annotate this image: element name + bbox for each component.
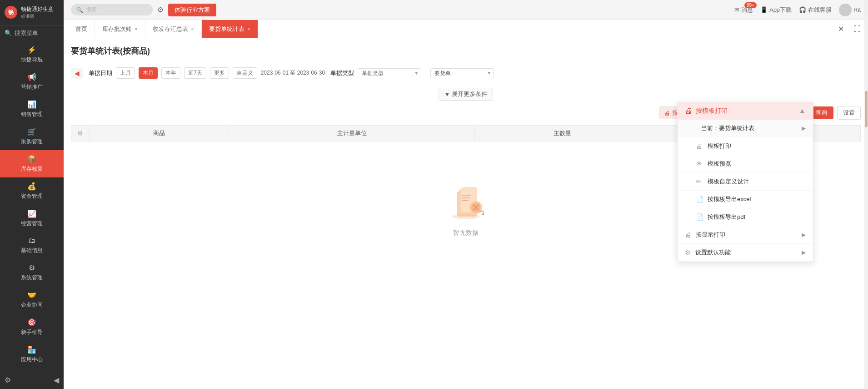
template-excel-label: 按模板导出excel [708,195,751,203]
dropdown-item-template-design[interactable]: ✏ 模板自定义设计 [678,173,813,191]
dropdown-sub-left-2: ⚙ 设置默认功能 [685,248,731,257]
tab-order-stats-close[interactable]: × [247,26,250,32]
tab-collection[interactable]: 收发存汇总表 × [145,20,202,38]
type-filter-label: 单据类型 [330,69,354,77]
sidebar-item-operation[interactable]: 📈 经营管理 [0,205,64,232]
trial-btn[interactable]: 体验行业方案 [168,4,216,16]
sidebar-item-inventory[interactable]: 📦 库存核算 [0,150,64,177]
sidebar-logo: 畅 畅捷通好生意 标准版 [0,0,64,25]
sidebar-item-purchase[interactable]: 🛒 采购管理 [0,123,64,150]
filter-expand-icon: ◀ [75,70,80,77]
app-logo-icon: 畅 [5,6,17,19]
date-btn-this-year[interactable]: 本年 [161,67,180,79]
sidebar-item-basic[interactable]: 🗂 基础信息 [0,232,64,259]
dropdown-item-template-print[interactable]: 🖨 模板打印 [678,137,813,155]
sidebar-item-collab[interactable]: 🤝 企业协同 [0,286,64,313]
purchase-icon: 🛒 [27,127,36,136]
expand-more-row: ▼ 展开更多条件 [71,88,861,101]
type-select[interactable]: 单据类型 要货单 [358,68,421,78]
tab-expand-btn[interactable]: ⛶ [851,23,863,35]
sidebar-item-label: 采购管理 [21,138,43,146]
template-print-label: 模板打印 [708,142,731,150]
tab-home[interactable]: 首页 [68,20,95,38]
dropdown-sub-default-func[interactable]: ⚙ 设置默认功能 ▶ [678,244,813,262]
dropdown-item-template-preview[interactable]: 👁 模板预览 [678,155,813,173]
sidebar-item-guide[interactable]: 🎯 新手引导 [0,313,64,341]
scrollbar-thumb [865,91,868,127]
shortcut-icon: ⚡ [27,45,36,54]
sidebar-item-system[interactable]: ⚙ 系统管理 [0,259,64,286]
settings-btn[interactable]: 设置 [837,106,861,120]
tab-collection-close[interactable]: × [191,26,194,32]
template-pdf-icon: 📄 [696,213,703,221]
sidebar-item-shortcut[interactable]: ⚡ 快捷导航 [0,41,64,68]
sidebar-item-label: 营销推广 [21,83,43,91]
date-btn-more[interactable]: 更多 [210,67,229,79]
table-header-gear[interactable]: ⚙ [71,126,90,141]
dropdown-current-label: 当前：要货单统计表 [701,124,754,132]
tab-batch[interactable]: 库存批次账 × [95,20,145,38]
gear-icon[interactable]: ⚙ [77,130,83,137]
collection-tab-label: 收发存汇总表 [153,25,188,33]
filter-expand-left[interactable]: ◀ [71,68,83,79]
dropdown-sub-display-print[interactable]: 🖨 按显示打印 ▶ [678,226,813,244]
type-select-wrap[interactable]: 单据类型 要货单 [358,68,421,78]
search-placeholder: 搜索 [86,6,97,14]
header-search-bar[interactable]: 🔍 搜索 [71,4,153,15]
template-excel-icon: 📄 [696,196,703,203]
dropdown-close-btn[interactable]: ▲ [798,107,806,115]
right-scrollbar[interactable] [864,0,868,389]
sidebar-search[interactable]: 🔍 搜索菜单 [0,25,64,41]
sales-icon: 📊 [27,100,36,109]
expand-more-btn[interactable]: ▼ 展开更多条件 [439,88,494,101]
app-download-btn[interactable]: 📱 App下载 [760,6,792,14]
sidebar-item-label: 库存核算 [21,165,43,173]
user-avatar-btn[interactable]: Rit [839,4,861,16]
yaohuo-select-wrap[interactable]: 要货单 [430,68,494,78]
search-icon: 🔍 [5,30,12,36]
date-btn-prev-month[interactable]: 上月 [116,67,135,79]
sidebar-item-label: 快捷导航 [21,56,43,64]
display-print-label: 按显示打印 [696,231,725,239]
tab-close-all-btn[interactable]: ✕ [834,23,847,35]
table-header-product: 商品 [90,126,229,141]
type-filter-row: 单据类型 单据类型 要货单 [330,68,421,78]
date-btn-custom[interactable]: 自定义 [233,67,257,79]
sidebar-nav: ⚡ 快捷导航 📢 营销推广 📊 销售管理 🛒 采购管理 📦 库存核算 💰 资金管… [0,41,64,371]
app-download-label: App下载 [769,6,792,14]
date-btn-7days[interactable]: 近7天 [184,67,206,79]
current-arrow-icon: ▶ [802,125,806,131]
sidebar-item-sales[interactable]: 📊 销售管理 [0,96,64,123]
sidebar-item-label: 资金管理 [21,192,43,200]
date-filter-row: 单据日期 上月 本月 本年 近7天 更多 自定义 2023-06-01 至 20… [89,67,325,79]
dropdown-item-template-pdf[interactable]: 📄 按模板导出pdf [678,208,813,226]
system-icon: ⚙ [29,263,35,272]
appstore-icon: 🏪 [27,345,36,354]
sidebar-settings-icon[interactable]: ⚙ [5,376,11,384]
online-support-btn[interactable]: 🎧 在线客服 [799,6,832,14]
template-preview-icon: 👁 [696,160,703,167]
messages-badge: 99+ [744,2,757,8]
sidebar: 畅 畅捷通好生意 标准版 🔍 搜索菜单 ⚡ 快捷导航 📢 营销推广 📊 销售管理… [0,0,64,389]
search-label: 搜索菜单 [15,29,38,37]
print-dropdown-menu: 🖨 按模板打印 ▲ 当前：要货单统计表 ▶ 🖨 模板打印 👁 模板预览 ✏ [677,102,813,262]
sidebar-item-appstore[interactable]: 🏪 应用中心 [0,341,64,368]
date-btn-this-month[interactable]: 本月 [139,67,158,79]
sidebar-item-marketing[interactable]: 📢 营销推广 [0,68,64,96]
dropdown-item-template-excel[interactable]: 📄 按模板导出excel [678,191,813,208]
tab-order-stats[interactable]: 要货单统计表 × [202,20,258,38]
download-icon: 📱 [760,6,768,13]
header-gear-icon[interactable]: ⚙ [157,5,164,14]
template-design-label: 模板自定义设计 [708,177,749,186]
sidebar-collapse-icon[interactable]: ◀ [54,376,59,384]
top-header: 🔍 搜索 ⚙ 体验行业方案 ✉ 消息 99+ 📱 App下载 🎧 在线客服 [64,0,868,20]
sidebar-item-finance[interactable]: 💰 资金管理 [0,177,64,205]
tab-batch-close[interactable]: × [135,26,138,32]
logo-text-block: 畅捷通好生意 标准版 [21,5,54,20]
yaohuo-select[interactable]: 要货单 [430,68,494,78]
default-func-arrow: ▶ [802,249,806,256]
marketing-icon: 📢 [27,73,36,81]
message-icon: ✉ [734,6,739,13]
dropdown-current-item[interactable]: 当前：要货单统计表 ▶ [678,120,813,137]
messages-btn[interactable]: ✉ 消息 99+ [734,6,753,14]
